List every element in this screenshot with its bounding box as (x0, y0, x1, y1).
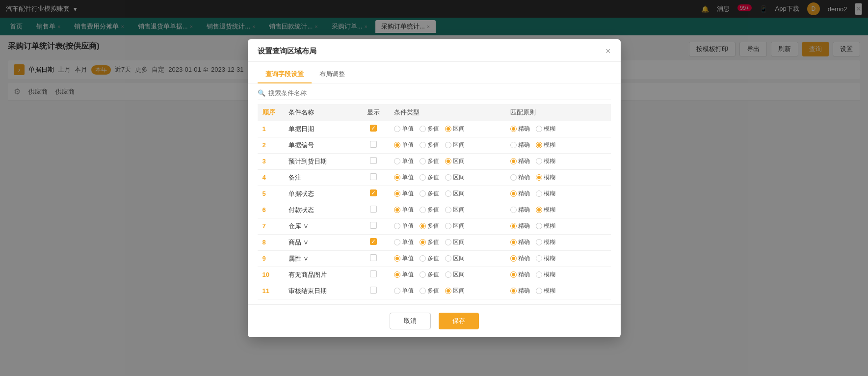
row-name: 仓库 ∨ (284, 218, 357, 234)
type-radio-item[interactable]: 多值 (420, 222, 439, 230)
type-radio-item[interactable]: 区间 (445, 254, 465, 263)
search-input[interactable] (268, 89, 611, 97)
dialog-tab-query[interactable]: 查询字段设置 (258, 67, 312, 83)
type-radio-item[interactable]: 区间 (445, 157, 465, 165)
match-radio-item[interactable]: 精确 (510, 287, 530, 295)
match-radio-item[interactable]: 模糊 (536, 157, 555, 165)
row-show[interactable] (358, 218, 389, 234)
row-show[interactable] (358, 137, 389, 153)
row-show[interactable] (358, 234, 389, 250)
type-radio-item[interactable]: 区间 (445, 125, 465, 133)
type-radio-item[interactable]: 单值 (394, 189, 414, 198)
type-radio-item[interactable]: 单值 (394, 125, 414, 133)
type-radio-item[interactable]: 区间 (445, 141, 465, 149)
row-type: 单值多值区间 (389, 267, 505, 283)
type-radio-item[interactable]: 多值 (420, 238, 439, 246)
radio-dot (420, 223, 426, 229)
match-radio-item[interactable]: 精确 (510, 238, 530, 246)
show-checkbox[interactable] (370, 222, 377, 229)
match-radio-item[interactable]: 精确 (510, 125, 530, 133)
type-radio-item[interactable]: 多值 (420, 206, 439, 214)
type-radio-item[interactable]: 区间 (445, 238, 465, 246)
match-radio-item[interactable]: 精确 (510, 206, 530, 214)
show-checkbox[interactable] (370, 254, 377, 261)
show-checkbox[interactable] (370, 157, 377, 164)
radio-dot (445, 271, 451, 278)
show-checkbox[interactable] (370, 206, 377, 213)
match-radio-item[interactable]: 精确 (510, 173, 530, 182)
match-radio-item[interactable]: 精确 (510, 141, 530, 149)
row-show[interactable] (358, 250, 389, 267)
match-radio-item[interactable]: 精确 (510, 270, 530, 279)
match-radio-item[interactable]: 模糊 (536, 238, 555, 246)
match-radio-item[interactable]: 模糊 (536, 141, 555, 149)
match-radio-item[interactable]: 模糊 (536, 254, 555, 263)
type-radio-item[interactable]: 多值 (420, 157, 439, 165)
type-radio-item[interactable]: 区间 (445, 189, 465, 198)
row-show[interactable] (358, 283, 389, 299)
show-checkbox[interactable] (370, 141, 377, 148)
radio-label: 区间 (453, 287, 465, 295)
match-radio-item[interactable]: 模糊 (536, 189, 555, 198)
radio-label: 区间 (453, 222, 465, 230)
dialog-tab-layout[interactable]: 布局调整 (312, 67, 353, 83)
row-show[interactable] (358, 202, 389, 218)
type-radio-item[interactable]: 多值 (420, 173, 439, 182)
type-radio-item[interactable]: 单值 (394, 254, 414, 263)
dialog-overlay: 设置查询区域布局 × 查询字段设置 布局调整 🔍 顺序 条件名称 (0, 0, 868, 376)
show-checkbox[interactable] (370, 189, 377, 196)
cancel-button[interactable]: 取消 (390, 313, 431, 329)
match-radio-item[interactable]: 精确 (510, 189, 530, 198)
type-radio-item[interactable]: 区间 (445, 270, 465, 279)
type-radio-item[interactable]: 区间 (445, 287, 465, 295)
show-checkbox[interactable] (370, 125, 377, 132)
row-match: 精确模糊 (505, 186, 611, 202)
type-radio-item[interactable]: 多值 (420, 189, 439, 198)
row-type: 单值多值区间 (389, 169, 505, 186)
th-match: 匹配原则 (505, 104, 611, 121)
type-radio-item[interactable]: 区间 (445, 206, 465, 214)
match-radio-item[interactable]: 模糊 (536, 173, 555, 182)
show-checkbox[interactable] (370, 287, 377, 294)
type-radio-item[interactable]: 多值 (420, 125, 439, 133)
type-radio-item[interactable]: 多值 (420, 141, 439, 149)
match-radio-item[interactable]: 模糊 (536, 222, 555, 230)
type-radio-item[interactable]: 单值 (394, 287, 414, 295)
show-checkbox[interactable] (370, 173, 377, 180)
match-radio-item[interactable]: 模糊 (536, 287, 555, 295)
type-radio-item[interactable]: 单值 (394, 173, 414, 182)
type-radio-item[interactable]: 多值 (420, 287, 439, 295)
radio-label: 精确 (518, 222, 530, 230)
show-checkbox[interactable] (370, 238, 377, 245)
radio-dot (536, 288, 542, 294)
type-radio-item[interactable]: 单值 (394, 157, 414, 165)
match-radio-item[interactable]: 模糊 (536, 125, 555, 133)
match-radio-item[interactable]: 模糊 (536, 206, 555, 214)
radio-dot (536, 190, 542, 197)
row-show[interactable] (358, 267, 389, 283)
type-radio-item[interactable]: 区间 (445, 173, 465, 182)
match-radio-item[interactable]: 精确 (510, 157, 530, 165)
match-radio-item[interactable]: 精确 (510, 254, 530, 263)
type-radio-item[interactable]: 多值 (420, 270, 439, 279)
type-radio-item[interactable]: 单值 (394, 238, 414, 246)
type-radio-item[interactable]: 单值 (394, 222, 414, 230)
radio-label: 区间 (453, 141, 465, 149)
dialog-close-button[interactable]: × (605, 46, 611, 56)
row-show[interactable] (358, 186, 389, 202)
type-radio-item[interactable]: 多值 (420, 254, 439, 263)
type-radio-item[interactable]: 单值 (394, 141, 414, 149)
row-show[interactable] (358, 121, 389, 137)
radio-dot (510, 239, 517, 245)
type-radio-item[interactable]: 单值 (394, 270, 414, 279)
type-radio-item[interactable]: 区间 (445, 222, 465, 230)
row-show[interactable] (358, 169, 389, 186)
match-radio-item[interactable]: 精确 (510, 222, 530, 230)
save-button[interactable]: 保存 (439, 313, 479, 329)
match-radio-item[interactable]: 模糊 (536, 270, 555, 279)
show-checkbox[interactable] (370, 270, 377, 277)
type-radio-item[interactable]: 单值 (394, 206, 414, 214)
radio-label: 区间 (453, 270, 465, 279)
row-show[interactable] (358, 153, 389, 169)
radio-dot (536, 239, 542, 245)
